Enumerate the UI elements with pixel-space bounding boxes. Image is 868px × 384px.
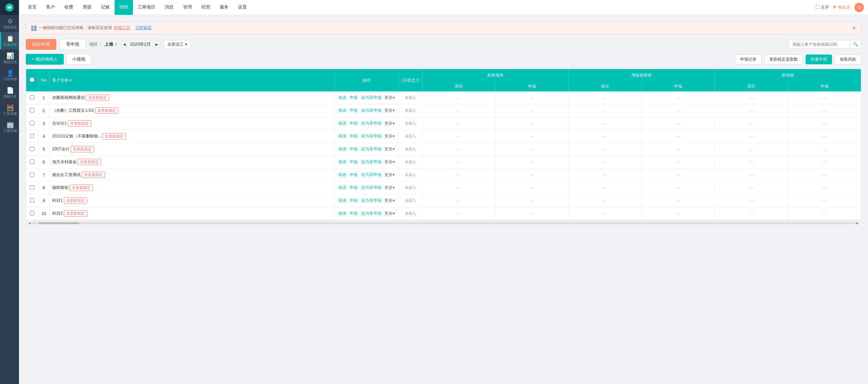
search-input[interactable] <box>789 40 850 48</box>
date-prev-btn[interactable]: ◀ <box>120 41 128 48</box>
date-next-btn[interactable]: ▶ <box>153 41 160 48</box>
tab-zero-declaration[interactable]: 零申报 <box>60 39 86 50</box>
sidebar-item-settlement[interactable]: 🧮 汇算清缴 <box>0 101 19 119</box>
row-action-zero-7[interactable]: 设为零申报 <box>361 185 381 190</box>
notice-close-btn[interactable]: ✕ <box>852 25 856 31</box>
sidebar-item-personal-tax[interactable]: 👤 个税申报 <box>0 67 19 84</box>
btn-batch-declare[interactable]: 批量申报 <box>806 55 832 64</box>
nav-operations[interactable]: 经营 <box>197 0 215 15</box>
btn-retrieve-receipt[interactable]: 收取回执 <box>835 55 861 64</box>
row-action-taxform-8[interactable]: 税表 <box>338 198 347 203</box>
sidebar-item-batch-tax[interactable]: 📋 批量报税 <box>0 32 19 49</box>
row-action-zero-1[interactable]: 设为零申报 <box>361 108 381 113</box>
avatar[interactable]: U <box>854 3 864 12</box>
nav-customer[interactable]: 客户 <box>41 0 60 15</box>
row-action-more-2[interactable]: 更多▾ <box>384 121 395 126</box>
row-action-zero-0[interactable]: 设为零申报 <box>361 95 381 100</box>
row-checkbox-2[interactable] <box>26 117 38 130</box>
nav-invoice[interactable]: 票据 <box>78 0 96 15</box>
tab-tax-declaration[interactable]: 税款申报 <box>26 39 56 50</box>
horizontal-scrollbar[interactable]: ◀ ▶ <box>26 220 861 225</box>
row-action-declare-4[interactable]: 申报 <box>350 147 358 151</box>
row-action-taxform-9[interactable]: 税表 <box>338 211 347 216</box>
row-select-9[interactable] <box>30 211 34 215</box>
sidebar-item-tax-settings[interactable]: ⚙ 报税设置 <box>0 15 19 32</box>
sidebar-item-annual-report[interactable]: 🏢 工商年报 <box>0 119 19 136</box>
scrollbar-track[interactable] <box>32 222 855 224</box>
row-checkbox-3[interactable] <box>26 130 38 143</box>
row-checkbox-5[interactable] <box>26 156 38 169</box>
tab-general-taxpayer[interactable]: 一般的纳税人 <box>26 54 64 65</box>
search-button[interactable]: 🔍 <box>850 40 861 48</box>
sidebar-item-tax-overview[interactable]: 📊 报税总览 <box>0 49 19 67</box>
row-select-6[interactable] <box>30 172 34 177</box>
nav-home[interactable]: 首页 <box>23 0 41 15</box>
row-action-taxform-7[interactable]: 税表 <box>338 185 347 190</box>
row-select-0[interactable] <box>30 95 34 100</box>
row-select-8[interactable] <box>30 198 34 202</box>
nav-settings[interactable]: 设置 <box>233 0 252 15</box>
row-action-zero-6[interactable]: 设为零申报 <box>361 172 381 177</box>
row-action-declare-8[interactable]: 申报 <box>350 198 358 203</box>
row-action-taxform-6[interactable]: 税表 <box>338 172 347 177</box>
row-select-2[interactable] <box>30 121 34 125</box>
row-action-declare-6[interactable]: 申报 <box>350 172 358 177</box>
row-action-declare-3[interactable]: 申报 <box>350 134 358 138</box>
row-checkbox-6[interactable] <box>26 169 38 182</box>
fullscreen-btn[interactable]: ⛶ 全屏 <box>815 4 829 10</box>
row-checkbox-9[interactable] <box>26 207 38 220</box>
nav-billing[interactable]: 收费 <box>60 0 78 15</box>
row-checkbox-1[interactable] <box>26 104 38 117</box>
th-name[interactable]: 客户名称 ▾ <box>49 69 334 91</box>
row-action-more-6[interactable]: 更多▾ <box>384 172 395 177</box>
row-action-taxform-2[interactable]: 税表 <box>338 121 347 126</box>
scroll-right-btn[interactable]: ▶ <box>855 221 860 225</box>
row-action-taxform-4[interactable]: 税表 <box>338 147 347 151</box>
row-action-taxform-3[interactable]: 税表 <box>338 134 347 138</box>
member-btn[interactable]: ▶ 畅会员 <box>833 4 850 10</box>
tab-small-scale[interactable]: 小规模 <box>66 54 91 65</box>
row-action-taxform-0[interactable]: 税表 <box>338 95 347 100</box>
row-action-more-3[interactable]: 更多▾ <box>384 134 395 138</box>
row-action-more-8[interactable]: 更多▾ <box>384 198 395 203</box>
btn-update-tax[interactable]: 更新税定及取数 <box>764 55 803 64</box>
row-action-zero-8[interactable]: 设为零申报 <box>361 198 381 203</box>
region-info-icon[interactable]: ℹ <box>115 42 117 47</box>
row-action-declare-9[interactable]: 申报 <box>350 211 358 216</box>
row-checkbox-8[interactable] <box>26 194 38 207</box>
row-action-zero-5[interactable]: 设为零申报 <box>361 159 381 164</box>
row-action-more-5[interactable]: 更多▾ <box>384 159 395 164</box>
notice-link-summary[interactable]: 申报汇总 <box>114 25 130 31</box>
row-select-5[interactable] <box>30 159 34 164</box>
row-action-declare-1[interactable]: 申报 <box>350 108 358 113</box>
row-checkbox-0[interactable] <box>26 91 38 104</box>
row-action-declare-7[interactable]: 申报 <box>350 185 358 190</box>
row-action-zero-2[interactable]: 设为零申报 <box>361 121 381 126</box>
row-action-taxform-5[interactable]: 税表 <box>338 159 347 164</box>
nav-tax[interactable]: 报税 <box>115 0 133 15</box>
row-action-declare-0[interactable]: 申报 <box>350 95 358 100</box>
row-action-declare-2[interactable]: 申报 <box>350 121 358 126</box>
row-action-zero-3[interactable]: 设为零申报 <box>361 134 381 138</box>
scrollbar-thumb[interactable] <box>39 222 79 224</box>
scroll-left-btn[interactable]: ◀ <box>27 221 32 225</box>
row-select-4[interactable] <box>30 147 34 151</box>
nav-business[interactable]: 工商项目 <box>133 0 160 15</box>
nav-service[interactable]: 服务 <box>215 0 233 15</box>
row-select-7[interactable] <box>30 185 34 190</box>
nav-management[interactable]: 管理 <box>178 0 197 15</box>
notice-link-buy[interactable]: 立即购买 <box>135 25 152 31</box>
row-select-1[interactable] <box>30 108 34 112</box>
row-select-3[interactable] <box>30 134 34 138</box>
row-action-more-0[interactable]: 更多▾ <box>384 95 395 100</box>
row-action-zero-9[interactable]: 设为零申报 <box>361 211 381 216</box>
row-action-declare-5[interactable]: 申报 <box>350 159 358 164</box>
row-action-more-9[interactable]: 更多▾ <box>384 211 395 216</box>
staff-selector[interactable]: 全部员工 ▾ <box>164 40 191 49</box>
btn-declaration-records[interactable]: 申报记录 <box>735 55 762 64</box>
nav-accounting[interactable]: 记账 <box>96 0 115 15</box>
row-checkbox-7[interactable] <box>26 182 38 194</box>
row-checkbox-4[interactable] <box>26 143 38 156</box>
row-action-more-4[interactable]: 更多▾ <box>384 147 395 151</box>
row-action-taxform-1[interactable]: 税表 <box>338 108 347 113</box>
